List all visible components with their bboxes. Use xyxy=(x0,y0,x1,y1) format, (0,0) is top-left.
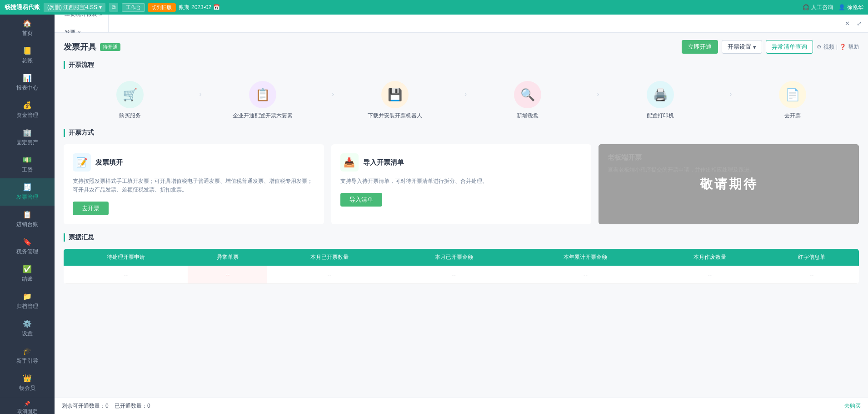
sidebar-item-label: 固定资产 xyxy=(16,139,38,146)
sidebar-item-label: 总账 xyxy=(22,57,33,65)
step-icon-wrap: 📋 xyxy=(249,81,276,108)
sidebar-icon: 💰 xyxy=(23,101,32,110)
step-icon-wrap: 💾 xyxy=(381,81,409,108)
sidebar-icon: ✅ xyxy=(23,265,32,273)
service-btn[interactable]: 🎧 人工咨询 xyxy=(803,4,833,11)
step-label: 下载并安装开票机器人 xyxy=(368,112,422,120)
sidebar-item-label: 首页 xyxy=(22,30,33,37)
invoice-methods: 📝 发票填开 支持按照发票样式手工填开发票；可开具增值税电子普通发票、增值税普通… xyxy=(64,144,859,224)
dropdown-icon: ▾ xyxy=(753,44,756,50)
sidebar-item-label: 报表中心 xyxy=(16,84,38,92)
process-step-5: 📄 去开票 xyxy=(726,81,859,120)
summary-cell-2: -- xyxy=(267,266,391,284)
step-icon-wrap: 🔍 xyxy=(514,81,541,108)
sidebar-item-结账[interactable]: ✅ 结账 xyxy=(0,260,55,288)
method-desc: 支持导入待开票清单，可对待开票清单进行拆分、合并处理。 xyxy=(340,177,583,186)
maximize-btn[interactable]: ⤢ xyxy=(854,19,863,28)
disabled-overlay: 敬请期待 xyxy=(599,144,859,224)
method-card-import: 📥 导入开票清单 支持导入待开票清单，可对待开票清单进行拆分、合并处理。 导入清… xyxy=(331,144,592,224)
summary-cell-4: -- xyxy=(516,266,655,284)
sidebar-item-总账[interactable]: 📒 总账 xyxy=(0,42,55,69)
method-btn[interactable]: 去开票 xyxy=(73,202,109,215)
step-icon: 📄 xyxy=(785,88,800,102)
page-header: 发票开具 待开通 立即开通 开票设置 ▾ 异常清单查询 ⚙ 视频 | ❓ xyxy=(64,40,859,54)
sidebar-item-固定资产[interactable]: 🏢 固定资产 xyxy=(0,124,55,151)
query-btn[interactable]: 异常清单查询 xyxy=(766,40,813,54)
top-bar-buttons: 工作台 切到旧版 账期 2023-02 📅 xyxy=(122,3,220,12)
layout: 🏠 首页 📒 总账 📊 报表中心 💰 资金管理 🏢 固定资产 💵 工资 🧾 发票… xyxy=(0,15,868,414)
sidebar-item-进销台账[interactable]: 📋 进销台账 xyxy=(0,206,55,233)
step-label: 配置打印机 xyxy=(647,112,674,120)
tab-label: 工资统计报表 xyxy=(65,15,97,18)
tab-close-icon[interactable]: ✕ xyxy=(99,15,103,17)
pin-icon: 📌 xyxy=(24,401,30,407)
summary-header-3: 本月已开票金额 xyxy=(392,249,516,266)
sidebar-item-label: 税务管理 xyxy=(16,248,38,256)
top-bar-left: 畅捷通易代账 (勿删) 江西服宝-LSS ▾ ⧉ 工作台 切到旧版 账期 202… xyxy=(5,3,220,12)
content-area: 发票开具 待开通 立即开通 开票设置 ▾ 异常清单查询 ⚙ 视频 | ❓ xyxy=(55,33,868,398)
sidebar-items: 🏠 首页 📒 总账 📊 报表中心 💰 资金管理 🏢 固定资产 💵 工资 🧾 发票… xyxy=(0,15,55,397)
sidebar-item-资金管理[interactable]: 💰 资金管理 xyxy=(0,96,55,124)
help-label: 帮助 xyxy=(848,43,859,51)
method-desc: 支持按照发票样式手工填开发票；可开具增值税电子普通发票、增值税普通发票、增值税专… xyxy=(73,177,315,194)
buy-link[interactable]: 去购买 xyxy=(844,402,861,410)
sidebar-item-label: 归档管理 xyxy=(16,303,38,310)
copy-icon[interactable]: ⧉ xyxy=(109,3,118,12)
method-btn[interactable]: 导入清单 xyxy=(340,193,382,207)
sidebar-item-label: 新手引导 xyxy=(16,357,38,365)
company-name: (勿删) 江西服宝-LSS xyxy=(47,4,97,11)
method-title: 导入开票清单 xyxy=(363,158,404,167)
summary-header-6: 红字信息单 xyxy=(764,249,859,266)
sidebar-item-畅会员[interactable]: 👑 畅会员 xyxy=(0,369,55,397)
summary-header-2: 本月已开票数量 xyxy=(267,249,391,266)
bottom-bar: 剩余可开通数量：0 已开通数量：0 去购买 xyxy=(55,398,868,414)
summary-cell-5: -- xyxy=(655,266,765,284)
page-actions: 立即开通 开票设置 ▾ 异常清单查询 ⚙ 视频 | ❓ 帮助 xyxy=(682,40,859,54)
sidebar-bottom-label: 取消固定 xyxy=(17,408,37,414)
summary-cell-3: -- xyxy=(392,266,516,284)
tab-工资统计报表[interactable]: 工资统计报表✕ xyxy=(59,15,109,24)
process-step-2: 💾 下载并安装开票机器人 › xyxy=(329,81,461,120)
company-selector[interactable]: (勿删) 江西服宝-LSS ▾ xyxy=(44,3,105,12)
sidebar-item-label: 资金管理 xyxy=(16,111,38,119)
opened-label: 已开通数量：0 xyxy=(115,403,150,409)
sidebar-item-首页[interactable]: 🏠 首页 xyxy=(0,15,55,42)
settings-btn[interactable]: 开票设置 ▾ xyxy=(722,40,762,54)
view-label: 视频 xyxy=(823,43,834,51)
process-section-title: 开票流程 xyxy=(64,61,859,69)
user-name: 徐泓华 xyxy=(847,4,863,11)
sidebar-icon: 📊 xyxy=(23,74,32,82)
immediate-open-btn[interactable]: 立即开通 xyxy=(682,40,718,54)
step-icon: 💾 xyxy=(388,88,402,102)
method-card-manual: 📝 发票填开 支持按照发票样式手工填开发票；可开具增值税电子普通发票、增值税普通… xyxy=(64,144,324,224)
step-label: 去开票 xyxy=(784,112,801,120)
sidebar-item-税务管理[interactable]: 🔖 税务管理 xyxy=(0,233,55,260)
sidebar-item-归档管理[interactable]: 📁 归档管理 xyxy=(0,288,55,315)
summary-cell-1: -- xyxy=(188,266,267,284)
calendar-icon[interactable]: 📅 xyxy=(213,4,220,10)
step-label: 购买服务 xyxy=(119,112,141,120)
close-tab-btn[interactable]: ✕ xyxy=(843,19,852,28)
switch-old-btn[interactable]: 切到旧版 xyxy=(148,3,176,12)
sidebar-item-label: 畅会员 xyxy=(19,384,35,392)
sidebar-item-报表中心[interactable]: 📊 报表中心 xyxy=(0,69,55,96)
workspace-btn[interactable]: 工作台 xyxy=(122,3,145,12)
sidebar-item-工资[interactable]: 💵 工资 xyxy=(0,151,55,178)
sidebar-item-发票管理[interactable]: 🧾 发票管理 xyxy=(0,178,55,206)
user-menu[interactable]: 👤 徐泓华 xyxy=(838,4,863,11)
tab-bar: 首页工资表✕工资统计报表✕发票✕发票测算✕发票开具✕ ✕ ⤢ xyxy=(55,15,868,33)
sidebar-bottom[interactable]: 📌 取消固定 xyxy=(0,397,55,414)
sidebar-item-设置[interactable]: ⚙️ 设置 xyxy=(0,315,55,342)
quota-info: 剩余可开通数量：0 已开通数量：0 xyxy=(62,402,150,410)
headset-icon: 🎧 xyxy=(803,4,809,10)
sidebar-icon: 🎓 xyxy=(23,347,32,355)
sidebar-item-新手引导[interactable]: 🎓 新手引导 xyxy=(0,342,55,369)
settings2-icon[interactable]: ⚙ xyxy=(817,44,822,50)
sidebar-item-label: 进销台账 xyxy=(16,221,38,228)
main: 首页工资表✕工资统计报表✕发票✕发票测算✕发票开具✕ ✕ ⤢ 发票开具 待开通 … xyxy=(55,15,868,414)
quota-label: 剩余可开通数量：0 xyxy=(62,403,109,409)
sidebar-icon: 🧾 xyxy=(23,183,32,192)
step-icon: 🔍 xyxy=(520,88,535,102)
sidebar-item-label: 发票管理 xyxy=(16,193,38,201)
sidebar-item-label: 结账 xyxy=(22,275,33,283)
